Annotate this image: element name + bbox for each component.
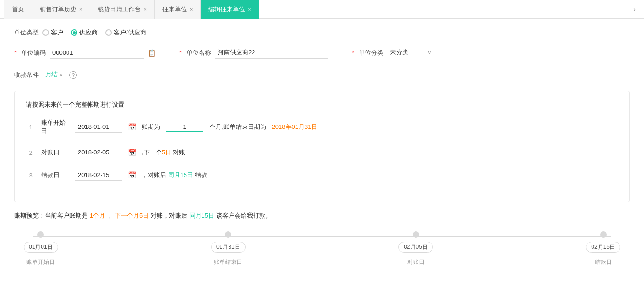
unit-info-row: * 单位编码 📋 * 单位名称 * 单位分类 未分类 ∨ xyxy=(14,46,630,59)
period-months-input[interactable] xyxy=(166,122,203,132)
chevron-down-icon: ∨ xyxy=(59,72,63,77)
tab-label: 首页 xyxy=(12,5,24,14)
tab-cash-work[interactable]: 钱货日清工作台 × xyxy=(90,0,154,19)
payment-group: 收款条件 月结 ∨ ? xyxy=(14,68,77,81)
payment-dropdown[interactable]: 月结 ∨ xyxy=(42,68,66,81)
period-row3-desc: ，对账后 同月15日 结款 xyxy=(142,171,207,179)
tab-home[interactable]: 首页 xyxy=(4,0,32,19)
tab-partner[interactable]: 往来单位 × xyxy=(155,0,201,19)
timeline-container: 01月01日 账单开始日 01月31日 账单结束日 02月05日 对账日 02月… xyxy=(14,231,630,266)
chevron-down-icon: ∨ xyxy=(427,49,432,56)
unit-classify-value: 未分类 xyxy=(390,48,408,57)
preview-part3: 同月15日 xyxy=(189,212,214,219)
tab-label: 钱货日清工作台 xyxy=(98,5,141,14)
unit-classify-label: 单位分类 xyxy=(359,49,383,57)
preview-part1: 1个月 xyxy=(90,212,105,219)
unit-name-star: * xyxy=(179,49,182,56)
timeline-badge-3: 02月05日 xyxy=(398,242,433,253)
unit-name-label: 单位名称 xyxy=(186,49,211,57)
preview-text: 账期预览：当前客户账期是 1个月 ， 下一个月5日 对账，对账后 同月15日 该… xyxy=(14,211,630,220)
period-end-date: 2018年01月31日 xyxy=(272,123,318,131)
preview-mid1: ， xyxy=(107,212,113,219)
timeline-label-4: 结款日 xyxy=(595,258,612,266)
period-num-1: 1 xyxy=(26,124,35,131)
period-field-label-2: 对账日 xyxy=(41,148,69,157)
tab-label: 往来单位 xyxy=(162,5,187,14)
unit-type-label: 单位类型 xyxy=(14,28,39,37)
timeline-point-1: 01月01日 账单开始日 xyxy=(24,231,58,266)
unit-classify-group: * 单位分类 未分类 ∨ xyxy=(352,46,460,59)
preview-label: 账期预览：当前客户账期是 xyxy=(14,212,88,219)
radio-both-circle xyxy=(105,29,112,36)
tab-more-button[interactable]: › xyxy=(628,6,640,13)
unit-classify-star: * xyxy=(352,49,354,56)
radio-supplier-circle xyxy=(71,29,77,36)
tab-close-icon[interactable]: × xyxy=(79,7,82,12)
unit-code-label: 单位编码 xyxy=(21,49,46,57)
tab-close-icon[interactable]: × xyxy=(248,7,251,12)
radio-group: 客户 供应商 客户/供应商 xyxy=(42,28,146,37)
payment-row: 收款条件 月结 ∨ ? xyxy=(14,68,630,81)
radio-customer-circle xyxy=(42,29,49,36)
period-num-2: 2 xyxy=(26,149,35,156)
timeline-point-3: 02月05日 对账日 xyxy=(398,231,433,266)
unit-type-row: 单位类型 客户 供应商 客户/供应商 xyxy=(14,28,630,37)
period-field-label-3: 结款日 xyxy=(41,171,69,179)
timeline-point-4: 02月15日 结款日 xyxy=(586,231,620,266)
period-row-1: 1 账单开始日 📅 账期为 个月,账单结束日期为 2018年01月31日 xyxy=(26,118,618,135)
period-num-3: 3 xyxy=(26,172,35,179)
unit-code-star: * xyxy=(14,49,17,56)
timeline-label-3: 对账日 xyxy=(407,258,424,266)
timeline-dot-2 xyxy=(225,231,231,238)
timeline-label-1: 账单开始日 xyxy=(26,258,55,266)
help-icon[interactable]: ? xyxy=(69,71,77,79)
tab-edit-partner[interactable]: 编辑往来单位 × xyxy=(201,0,259,19)
tab-sales-history[interactable]: 销售订单历史 × xyxy=(32,0,90,19)
unit-name-input[interactable] xyxy=(215,47,328,59)
timeline-badge-2: 01月31日 xyxy=(211,242,246,253)
period-suffix-prefix: 账期为 xyxy=(142,123,160,131)
tab-label: 销售订单历史 xyxy=(40,5,76,14)
calendar-icon[interactable]: 📋 xyxy=(148,49,156,57)
timeline-point-2: 01月31日 账单结束日 xyxy=(211,231,246,266)
radio-customer-label: 客户 xyxy=(51,28,63,37)
radio-both-label: 客户/供应商 xyxy=(114,28,146,37)
unit-code-group: * 单位编码 📋 xyxy=(14,47,156,59)
period-row-2: 2 对账日 📅 ,下一个5日 对账 xyxy=(26,147,618,158)
payment-label: 收款条件 xyxy=(14,71,39,79)
timeline-badge-4: 02月15日 xyxy=(586,242,620,253)
calendar-icon-2[interactable]: 📅 xyxy=(128,149,136,156)
period-row-3: 3 结款日 📅 ，对账后 同月15日 结款 xyxy=(26,169,618,181)
preview-suffix: 该客户会给我打款。 xyxy=(216,212,271,219)
tab-label: 编辑往来单位 xyxy=(208,5,245,14)
unit-classify-dropdown[interactable]: 未分类 ∨ xyxy=(387,46,460,59)
period-date-input-3[interactable] xyxy=(75,169,122,181)
timeline-dot-1 xyxy=(37,231,44,238)
period-box: 请按照未来的一个完整帐期进行设置 1 账单开始日 📅 账期为 个月,账单结束日期… xyxy=(14,91,630,202)
tab-close-icon[interactable]: × xyxy=(144,7,146,12)
unit-type-group: 单位类型 客户 供应商 客户/供应商 xyxy=(14,28,146,37)
timeline-dot-4 xyxy=(600,231,607,238)
radio-customer[interactable]: 客户 xyxy=(42,28,63,37)
timeline-label-2: 账单结束日 xyxy=(214,258,242,266)
tab-close-icon[interactable]: × xyxy=(190,7,193,12)
period-date-input-2[interactable] xyxy=(75,147,122,158)
timeline-badge-1: 01月01日 xyxy=(24,242,58,253)
calendar-icon-3[interactable]: 📅 xyxy=(128,171,136,179)
period-row2-desc: ,下一个5日 对账 xyxy=(142,148,185,157)
unit-code-input[interactable] xyxy=(50,47,144,59)
timeline-dot-3 xyxy=(413,231,419,238)
preview-part2: 下一个月5日 xyxy=(115,212,149,219)
preview-mid2: 对账，对账后 xyxy=(151,212,187,219)
radio-both[interactable]: 客户/供应商 xyxy=(105,28,146,37)
period-suffix: 个月,账单结束日期为 xyxy=(209,123,266,131)
calendar-icon-1[interactable]: 📅 xyxy=(128,123,136,131)
payment-value: 月结 xyxy=(45,70,58,79)
radio-supplier[interactable]: 供应商 xyxy=(71,28,98,37)
period-field-label-1: 账单开始日 xyxy=(41,118,69,135)
timeline-points: 01月01日 账单开始日 01月31日 账单结束日 02月05日 对账日 02月… xyxy=(24,231,620,266)
period-date-input-1[interactable] xyxy=(75,121,122,133)
main-content: 单位类型 客户 供应商 客户/供应商 * 单位编码 xyxy=(0,19,644,287)
tab-bar: 首页 销售订单历史 × 钱货日清工作台 × 往来单位 × 编辑往来单位 × › xyxy=(0,0,644,19)
radio-supplier-label: 供应商 xyxy=(79,28,98,37)
